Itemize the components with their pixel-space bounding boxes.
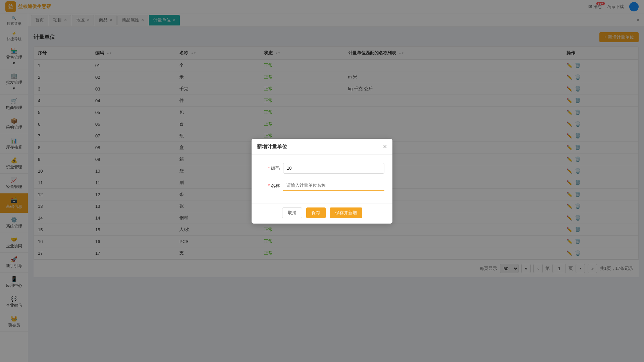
save-and-new-button[interactable]: 保存并新增 (330, 207, 362, 218)
modal-close-button[interactable]: ✕ (383, 143, 387, 150)
code-label-text: 编码 (271, 166, 280, 171)
cancel-button[interactable]: 取消 (282, 207, 302, 218)
modal-footer: 取消 保存 保存并新增 (252, 203, 392, 224)
add-unit-modal: 新增计量单位 ✕ * 编码 * 名称 取消 保存 保存并新增 (252, 139, 392, 224)
form-item-name: * 名称 (260, 180, 384, 191)
save-button[interactable]: 保存 (306, 207, 326, 218)
name-input[interactable] (283, 180, 384, 191)
name-label-text: 名称 (271, 183, 280, 188)
modal-body: * 编码 * 名称 (252, 155, 392, 203)
code-input[interactable] (283, 163, 384, 174)
name-required-mark: * (268, 183, 270, 188)
modal-title: 新增计量单位 (257, 143, 287, 150)
form-item-code: * 编码 (260, 163, 384, 174)
name-label: * 名称 (260, 183, 280, 189)
modal-overlay[interactable]: 新增计量单位 ✕ * 编码 * 名称 取消 保存 保存并新增 (0, 0, 644, 362)
code-label: * 编码 (260, 165, 280, 171)
code-required-mark: * (268, 166, 270, 171)
modal-header: 新增计量单位 ✕ (252, 139, 392, 155)
